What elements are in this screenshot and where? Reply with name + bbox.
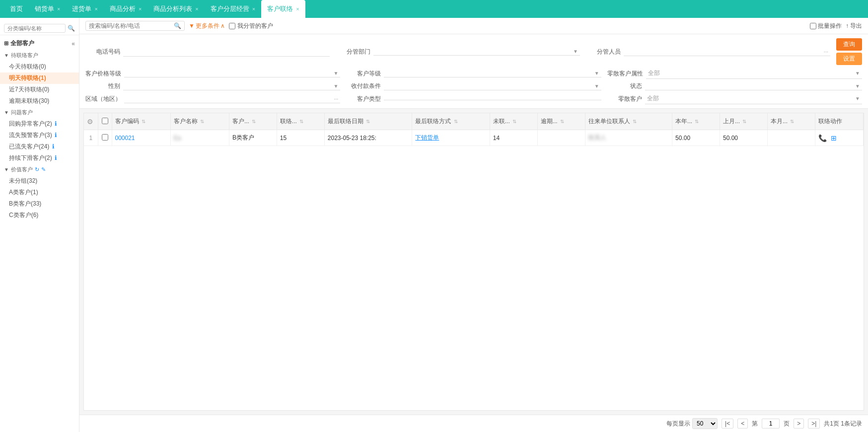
filter-phone-input[interactable] [123, 47, 330, 57]
toolbar-search-icon[interactable]: 🔍 [174, 22, 181, 29]
col-last-month[interactable]: 上月... ⇅ [720, 113, 768, 130]
nav-customer-contact[interactable]: 客户联络 × [261, 0, 305, 18]
col-uncontacted[interactable]: 未联... ⇅ [490, 113, 537, 130]
sidebar-declining[interactable]: 持续下滑客户(2) ℹ [0, 152, 79, 164]
nav-sales[interactable]: 销货单 × [29, 0, 66, 18]
filter-phone: 电话号码 [85, 47, 330, 57]
first-page-btn[interactable]: |< [722, 419, 733, 429]
prev-page-btn[interactable]: < [737, 419, 748, 429]
batch-op-btn[interactable]: 批量操作 [810, 22, 842, 30]
column-settings-icon[interactable]: ⚙ [87, 118, 93, 126]
select-all-checkbox[interactable] [102, 118, 108, 124]
problem-customers-group: ▼ 问题客户 [0, 107, 79, 118]
col-last-date[interactable]: 最后联络日期 ⇅ [324, 113, 412, 130]
filter-retail-customer: 零散客户 全部 ▼ [607, 93, 862, 104]
nav-sales-close[interactable]: × [57, 6, 60, 12]
set-button[interactable]: 设置 [836, 53, 862, 65]
my-customers-checkbox[interactable]: 我分管的客户 [229, 22, 273, 30]
nav-home[interactable]: 首页 [4, 0, 29, 18]
col-last-method[interactable]: 最后联络方式 ⇅ [412, 113, 490, 130]
col-type[interactable]: 客户... ⇅ [229, 113, 277, 130]
table-row: 1 000021 Ea B类客户 15 2023-05-23 18:25: 下销… [84, 130, 864, 146]
sidebar-search-icon[interactable]: 🔍 [68, 25, 75, 32]
sidebar-today-contact[interactable]: 今天待联络(0) [0, 61, 79, 72]
filter-manager-select[interactable]: ··· [624, 48, 830, 56]
sidebar-churn-warning[interactable]: 流失预警客户(3) ℹ [0, 130, 79, 141]
call-icon[interactable]: 📞 [818, 134, 827, 142]
filter-btn-group: 查询 设置 [836, 38, 862, 65]
toolbar-search-input[interactable] [89, 22, 174, 29]
sidebar-churned[interactable]: 已流失客户(24) ℹ [0, 141, 79, 152]
col-overdue[interactable]: 逾期... ⇅ [537, 113, 585, 130]
col-gear: ⚙ [84, 113, 98, 130]
edit-icon[interactable]: ✎ [41, 166, 46, 173]
tmonth-sort-icon: ⇅ [790, 119, 794, 124]
nav-goods-analysis[interactable]: 商品分析 × [104, 0, 147, 18]
nav-purchase-close[interactable]: × [94, 6, 97, 12]
row-checkbox[interactable] [102, 134, 108, 141]
filter-customer-value-select[interactable]: ▼ [124, 70, 340, 77]
sidebar-c-class[interactable]: C类客户(6) [0, 210, 79, 221]
per-page-control: 每页显示 50 100 200 [666, 418, 718, 429]
filter-row-1: 电话号码 分管部门 ▼ 分管人员 ··· [85, 38, 862, 65]
next-page-btn[interactable]: > [794, 419, 804, 429]
col-this-year[interactable]: 本年... ⇅ [672, 113, 720, 130]
filter-row-3: 性别 ▼ 收付款条件 ▼ 状态 [85, 82, 862, 90]
last-page-btn[interactable]: >| [808, 419, 820, 429]
sidebar-a-class[interactable]: A类客户(1) [0, 187, 79, 198]
filter-dept-select[interactable]: ▼ [373, 48, 580, 56]
sidebar-b-class[interactable]: B类客户(33) [0, 198, 79, 210]
nav-goods-list-close[interactable]: × [195, 6, 198, 12]
qr-icon[interactable]: ⊞ [831, 134, 837, 142]
collapse-icon[interactable]: « [72, 40, 75, 47]
sidebar-7days-contact[interactable]: 近7天待联络(0) [0, 84, 79, 95]
nav-customer-segment[interactable]: 客户分层经营 × [205, 0, 261, 18]
col-unit-contacts[interactable]: 往来单位联系人 ⇅ [585, 113, 672, 130]
cell-this-month [767, 130, 815, 146]
filter-gender-select[interactable]: ▼ [123, 82, 340, 90]
cell-name[interactable]: Ea [170, 130, 229, 146]
filter-status-select[interactable]: ▼ [645, 82, 862, 90]
pagination: 每页显示 50 100 200 |< < 第 页 > >| 共1页 1条记录 [79, 415, 868, 432]
filter-icon: ▼ [189, 22, 195, 29]
filter-region-select[interactable]: ··· [124, 95, 340, 103]
filter-customer-level-select[interactable]: ▼ [384, 70, 601, 77]
sidebar-abnormal-repurchase[interactable]: 回购异常客户(2) ℹ [0, 118, 79, 130]
region-more[interactable]: ··· [334, 96, 338, 102]
filter-customer-type: 客户类型 [346, 95, 601, 103]
nav-segment-close[interactable]: × [252, 6, 255, 12]
export-btn[interactable]: ↑ 导出 [846, 22, 862, 30]
col-this-month[interactable]: 本月... ⇅ [767, 113, 815, 130]
payment-chevron: ▼ [594, 83, 599, 89]
query-button[interactable]: 查询 [836, 38, 862, 51]
page-input[interactable] [762, 419, 780, 429]
per-page-select[interactable]: 50 100 200 [692, 418, 718, 429]
manager-more[interactable]: ··· [824, 49, 828, 55]
sidebar-overdue-contact[interactable]: 逾期未联络(30) [0, 95, 79, 107]
cell-last-method[interactable]: 下销货单 [412, 130, 490, 146]
col-contact[interactable]: 联络... ⇅ [277, 113, 324, 130]
filter-region: 区域（地区） ··· [85, 95, 340, 103]
col-code[interactable]: 客户编码 ⇅ [112, 113, 170, 130]
nav-contact-close[interactable]: × [296, 6, 299, 12]
batch-check[interactable] [810, 23, 816, 29]
nav-purchase[interactable]: 进货单 × [66, 0, 103, 18]
cell-code[interactable]: 000021 [112, 130, 170, 146]
pending-arrow: ▼ [4, 53, 9, 58]
filter-payment-select[interactable]: ▼ [384, 82, 601, 90]
sidebar-search-input[interactable] [4, 24, 66, 33]
filter-retail-attr-select[interactable]: 全部 ▼ [646, 68, 862, 79]
nav-goods-analysis-list[interactable]: 商品分析列表 × [147, 0, 204, 18]
sidebar-ungrouped[interactable]: 未分组(32) [0, 175, 79, 187]
name-sort-icon: ⇅ [200, 119, 204, 124]
my-customers-check[interactable] [229, 23, 235, 29]
sidebar-all-customers[interactable]: ⊞ 全部客户 « [0, 37, 79, 50]
page-label: 第 [752, 420, 758, 428]
refresh-icon[interactable]: ↻ [35, 166, 39, 173]
sidebar-tomorrow-contact[interactable]: 明天待联络(1) [0, 72, 79, 84]
col-name[interactable]: 客户名称 ⇅ [170, 113, 229, 130]
filter-customer-type-select[interactable] [384, 98, 601, 100]
filter-retail-customer-select[interactable]: 全部 ▼ [645, 93, 862, 104]
more-filter-btn[interactable]: ▼ 更多条件 ∧ [189, 22, 225, 30]
nav-goods-analysis-close[interactable]: × [139, 6, 142, 12]
